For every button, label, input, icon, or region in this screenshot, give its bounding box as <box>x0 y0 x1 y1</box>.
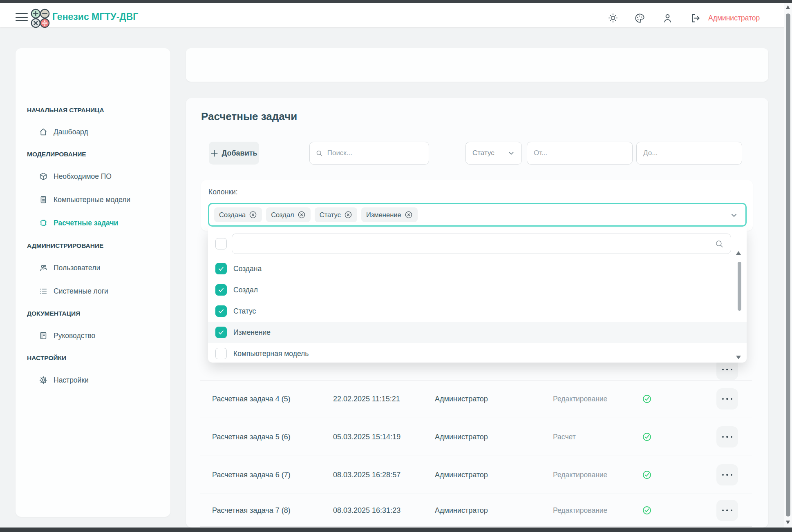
sidebar: НАЧАЛЬНАЯ СТРАНИЦА Дашбоард МОДЕЛИРОВАНИ… <box>16 48 170 517</box>
chevron-down-icon[interactable] <box>730 211 738 219</box>
dropdown-option[interactable]: Статус <box>208 301 747 322</box>
status-cell: Расчет <box>553 433 576 441</box>
task-name-cell: Расчетная задача 6 (7) <box>212 471 291 479</box>
success-check-icon <box>642 432 652 442</box>
home-icon <box>39 127 48 136</box>
created-cell: 08.03.2025 16:28:57 <box>333 471 400 479</box>
option-checkbox[interactable] <box>215 263 227 274</box>
dropdown-search-field[interactable] <box>232 234 731 254</box>
creator-cell: Администратор <box>435 471 488 479</box>
columns-filter-label: Колонки: <box>208 188 238 196</box>
remove-chip-icon[interactable] <box>344 211 352 219</box>
status-cell: Редактирование <box>553 506 607 515</box>
current-user-label[interactable]: Администратор <box>708 14 760 22</box>
sidebar-section-start: НАЧАЛЬНАЯ СТРАНИЦА <box>27 107 104 114</box>
column-chip[interactable]: Создана <box>214 207 262 222</box>
date-from-field[interactable] <box>527 142 633 165</box>
sidebar-section-settings: НАСТРОЙКИ <box>27 354 66 362</box>
theme-sun-icon[interactable] <box>606 11 620 25</box>
sidebar-item-system-logs[interactable]: Системные логи <box>39 287 108 296</box>
dropdown-search-input[interactable] <box>239 240 715 248</box>
column-chip[interactable]: Создал <box>266 207 311 222</box>
option-checkbox[interactable] <box>215 327 227 338</box>
status-select[interactable]: Статус <box>465 142 522 165</box>
columns-dropdown-panel: Создана Создал Статус Изменение Компьюте… <box>208 227 747 363</box>
add-button-label: Добавить <box>221 149 257 158</box>
sidebar-item-required-software[interactable]: Необходимое ПО <box>39 172 112 181</box>
status-cell: Редактирование <box>553 471 607 479</box>
creator-cell: Администратор <box>435 433 488 441</box>
sidebar-item-computer-models[interactable]: Компьютерные модели <box>39 195 130 204</box>
status-cell: Редактирование <box>553 395 607 403</box>
chip-icon <box>39 218 48 227</box>
row-divider <box>200 526 752 527</box>
option-checkbox[interactable] <box>215 284 227 296</box>
remove-chip-icon[interactable] <box>405 211 413 219</box>
palette-icon[interactable] <box>633 11 647 25</box>
dropdown-scrollbar-thumb[interactable] <box>738 262 741 311</box>
task-name-cell: Расчетная задача 5 (6) <box>212 433 291 441</box>
column-chip[interactable]: Изменение <box>361 207 418 222</box>
dropdown-scroll-up-icon[interactable] <box>736 251 741 255</box>
sidebar-item-computational-tasks[interactable]: Расчетные задачи <box>39 218 118 227</box>
menu-icon[interactable] <box>16 13 28 21</box>
date-from-input[interactable] <box>534 149 626 157</box>
sidebar-item-dashboard[interactable]: Дашбоард <box>39 127 88 136</box>
app-title: Генезис МГТУ-ДВГ <box>52 11 138 22</box>
row-menu-button[interactable] <box>716 388 738 410</box>
remove-chip-icon[interactable] <box>298 211 306 219</box>
breadcrumb: Расчетные задачи <box>186 48 768 82</box>
logout-icon[interactable] <box>688 11 702 25</box>
chevron-down-icon <box>508 149 515 157</box>
app-header: Генезис МГТУ-ДВГ <box>0 3 792 27</box>
dropdown-option[interactable]: Создал <box>208 279 747 301</box>
row-divider <box>200 494 752 494</box>
dropdown-option[interactable]: Создана <box>208 258 747 279</box>
search-icon <box>715 239 724 249</box>
users-icon <box>39 263 48 272</box>
add-button[interactable]: Добавить <box>209 142 259 165</box>
row-divider <box>200 456 752 456</box>
row-divider <box>200 380 752 381</box>
remove-chip-icon[interactable] <box>249 211 257 219</box>
scroll-up-icon[interactable] <box>786 5 790 9</box>
row-menu-button[interactable] <box>716 426 738 447</box>
created-cell: 05.03.2025 15:14:19 <box>333 433 400 441</box>
user-icon[interactable] <box>660 11 674 25</box>
list-icon <box>39 287 48 296</box>
scroll-down-icon[interactable] <box>786 521 790 524</box>
dropdown-scroll-down-icon[interactable] <box>736 356 741 359</box>
search-icon <box>315 149 323 158</box>
book-icon <box>39 331 48 340</box>
dropdown-option[interactable]: Изменение <box>208 322 747 343</box>
calculator-icon <box>39 195 48 204</box>
creator-cell: Администратор <box>435 506 488 515</box>
sidebar-item-manual[interactable]: Руководство <box>39 331 95 340</box>
plus-icon <box>210 149 218 157</box>
option-checkbox[interactable] <box>215 348 227 359</box>
page-title: Расчетные задачи <box>201 110 297 123</box>
success-check-icon <box>642 505 652 515</box>
success-check-icon <box>642 394 652 404</box>
sidebar-item-settings[interactable]: Настройки <box>39 376 89 385</box>
date-to-input[interactable] <box>643 149 735 157</box>
columns-multiselect[interactable]: Создана Создал Статус Изменение <box>208 203 747 227</box>
search-field[interactable] <box>309 142 429 165</box>
browser-scrollbar[interactable] <box>784 3 792 528</box>
date-to-field[interactable] <box>636 142 742 165</box>
option-checkbox[interactable] <box>215 305 227 317</box>
status-select-value: Статус <box>472 149 494 157</box>
row-menu-button[interactable] <box>716 500 738 521</box>
scrollbar-thumb[interactable] <box>786 13 790 516</box>
created-cell: 08.03.2025 16:31:23 <box>333 506 400 515</box>
row-menu-button[interactable] <box>716 464 738 485</box>
search-input[interactable] <box>327 149 423 157</box>
creator-cell: Администратор <box>435 395 488 403</box>
browser-bottom-edge <box>0 528 792 532</box>
sidebar-section-administration: АДМИНИСТРИРОВАНИЕ <box>27 242 103 249</box>
sidebar-section-documentation: ДОКУМЕНТАЦИЯ <box>27 310 80 317</box>
column-chip[interactable]: Статус <box>315 207 357 222</box>
dropdown-option[interactable]: Компьютерная модель <box>208 343 747 363</box>
sidebar-item-users[interactable]: Пользователи <box>39 263 100 272</box>
select-all-checkbox[interactable] <box>215 238 227 249</box>
